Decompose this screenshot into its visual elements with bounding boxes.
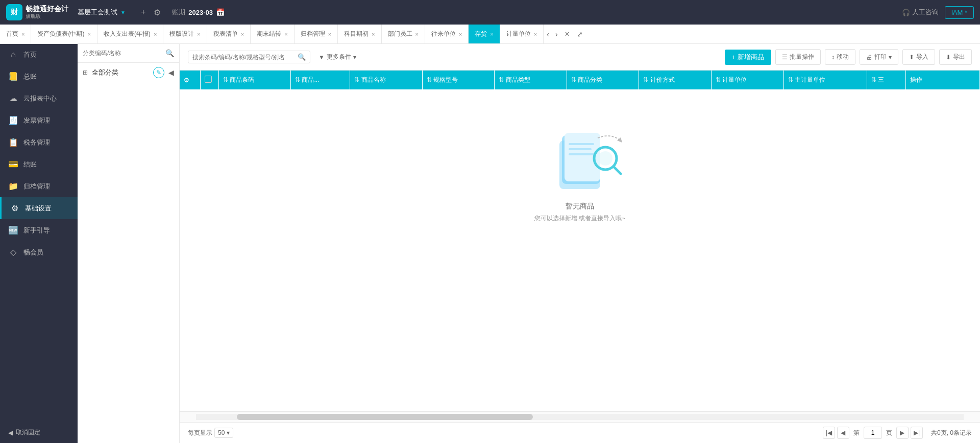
tab-prev-button[interactable]: ‹ <box>544 25 552 43</box>
tab-balance[interactable]: 资产负债表(中期) × <box>31 25 97 43</box>
export-button[interactable]: ⬇ 导出 <box>939 49 972 65</box>
horizontal-scrollbar-area <box>180 411 980 422</box>
th-name: ⇅ 商品名称 <box>350 71 423 89</box>
tab-tax-close[interactable]: × <box>241 31 244 37</box>
move-button[interactable]: ↕ 移动 <box>825 49 855 65</box>
tab-tax[interactable]: 税表清单 × <box>207 25 251 43</box>
sidebar-item-invoice[interactable]: 🧾 发票管理 <box>0 109 78 131</box>
sidebar-item-guide[interactable]: 🆕 新手引导 <box>0 219 78 241</box>
tab-template[interactable]: 模版设计 × <box>163 25 207 43</box>
tab-income-close[interactable]: × <box>154 31 157 37</box>
tab-expand-button[interactable]: ⤢ <box>574 30 586 38</box>
category-search-input[interactable] <box>83 50 162 57</box>
horizontal-scrollbar[interactable] <box>196 414 964 420</box>
product-search-input[interactable] <box>192 54 295 61</box>
page-last-button[interactable]: ▶| <box>911 427 923 439</box>
sidebar-item-tax[interactable]: 📋 税务管理 <box>0 131 78 153</box>
tab-home[interactable]: 首页 × <box>0 25 31 43</box>
tab-inventory-close[interactable]: × <box>490 31 493 37</box>
tab-period-end[interactable]: 期末结转 × <box>251 25 294 43</box>
gear-icon[interactable]: ⚙ <box>184 77 189 84</box>
print-icon: 🖨 <box>866 54 872 61</box>
page-next-button[interactable]: ▶ <box>896 427 909 439</box>
tab-period-end-label: 期末结转 <box>257 30 281 38</box>
sidebar-item-checkout-label: 结账 <box>23 160 37 169</box>
consult-button[interactable]: 🎧 人工咨询 <box>902 8 939 17</box>
svg-rect-3 <box>569 143 594 145</box>
category-collapse-button[interactable]: ◀ <box>168 68 174 77</box>
guide-icon: 🆕 <box>8 225 18 235</box>
tab-home-close[interactable]: × <box>21 31 24 37</box>
tab-unit[interactable]: 计量单位 × <box>500 25 544 43</box>
per-page-value: 50 <box>218 429 225 436</box>
tab-template-close[interactable]: × <box>197 31 200 37</box>
tab-inventory[interactable]: 存货 × <box>469 25 500 43</box>
more-conditions-button[interactable]: ▼ 更多条件 ▾ <box>314 51 360 63</box>
import-button[interactable]: ⬆ 导入 <box>902 49 935 65</box>
tab-dept-close[interactable]: × <box>415 31 419 37</box>
page-label: 第 <box>853 429 860 437</box>
sidebar-item-home[interactable]: ⌂ 首页 <box>0 44 78 65</box>
page-input[interactable] <box>864 427 882 439</box>
th-unit: ⇅ 计量单位 <box>712 71 784 89</box>
table-container: ⚙ ⇅ 商品条码 <box>180 71 980 411</box>
tab-vendor-close[interactable]: × <box>459 31 462 37</box>
th-checkbox[interactable] <box>200 71 218 89</box>
per-page-dropdown[interactable]: 50 ▾ <box>214 428 233 438</box>
batch-ops-button[interactable]: ☰ 批量操作 <box>775 49 821 65</box>
tab-template-label: 模版设计 <box>169 30 194 38</box>
sidebar-item-checkout[interactable]: 💳 结账 <box>0 153 78 175</box>
settings-button[interactable]: ⚙ <box>152 6 163 19</box>
th-main-unit: ⇅ 主计量单位 <box>783 71 867 89</box>
th-spec: ⇅ 规格型号 <box>422 71 495 89</box>
grid-icon: ⊞ <box>83 69 88 76</box>
sidebar-item-basic-settings[interactable]: ⚙ 基础设置 <box>0 197 78 219</box>
category-edit-button[interactable]: ✎ <box>153 67 164 78</box>
empty-illustration <box>549 130 610 192</box>
tab-next-button[interactable]: › <box>552 25 561 43</box>
th-code-label: ⇅ 商品... <box>295 76 319 84</box>
tab-unit-label: 计量单位 <box>506 30 531 38</box>
export-label: 导出 <box>953 53 965 61</box>
tab-balance-close[interactable]: × <box>87 31 90 37</box>
product-search-icon[interactable]: 🔍 <box>298 53 306 61</box>
scrollbar-thumb[interactable] <box>237 414 533 420</box>
page-prev-button[interactable]: ◀ <box>837 427 849 439</box>
tab-income-label: 收入支出表(年报) <box>104 30 151 38</box>
period-value: 2023-03 <box>188 9 213 16</box>
calendar-icon[interactable]: 📅 <box>216 8 225 16</box>
th-unit-label: ⇅ 计量单位 <box>716 76 747 84</box>
add-product-button[interactable]: + 新增商品 <box>725 50 771 65</box>
move-icon: ↕ <box>831 54 835 61</box>
tab-income[interactable]: 收入支出表(年报) × <box>97 25 163 43</box>
header-checkbox[interactable] <box>205 76 212 83</box>
add-tab-button[interactable]: + <box>139 6 148 19</box>
th-setting[interactable]: ⚙ <box>180 71 200 89</box>
th-col3: ⇅ 三 <box>867 71 906 89</box>
tab-subject[interactable]: 科目期初 × <box>338 25 381 43</box>
print-button[interactable]: 🖨 打印 ▾ <box>860 49 898 65</box>
cancel-pin-label: 取消固定 <box>16 428 40 437</box>
tab-subject-close[interactable]: × <box>372 31 375 37</box>
cancel-pin-button[interactable]: ◀ 取消固定 <box>0 422 78 443</box>
category-search-icon[interactable]: 🔍 <box>165 49 174 57</box>
account-button[interactable]: iAM * <box>945 6 974 19</box>
pagination-bar: 每页显示 50 ▾ |◀ ◀ 第 页 ▶ ▶| 共0页, 0条记录 <box>180 422 980 443</box>
main-layout: ⌂ 首页 📒 总账 ☁ 云报表中心 🧾 发票管理 📋 税务管理 💳 结账 📁 归… <box>0 44 980 443</box>
tab-archive[interactable]: 归档管理 × <box>295 25 338 43</box>
page-first-button[interactable]: |◀ <box>823 427 835 439</box>
tab-dept[interactable]: 部门员工 × <box>382 25 425 43</box>
company-selector[interactable]: 基层工会测试 ▼ <box>74 6 130 19</box>
sidebar-item-archive[interactable]: 📁 归档管理 <box>0 175 78 197</box>
content-area: 🔍 ⊞ 全部分类 ✎ ◀ 🔍 ▼ 更多条件 ▾ <box>78 44 980 443</box>
sidebar-item-reports[interactable]: ☁ 云报表中心 <box>0 87 78 109</box>
th-col3-label: ⇅ 三 <box>871 76 884 84</box>
tab-archive-close[interactable]: × <box>328 31 331 37</box>
tab-vendor[interactable]: 往来单位 × <box>425 25 469 43</box>
sidebar-item-archive-label: 归档管理 <box>23 182 50 191</box>
tab-unit-close[interactable]: × <box>534 31 537 37</box>
sidebar-item-member[interactable]: ◇ 畅会员 <box>0 241 78 263</box>
tab-period-end-close[interactable]: × <box>284 31 287 37</box>
tab-close-all-button[interactable]: × <box>561 30 574 39</box>
sidebar-item-ledger[interactable]: 📒 总账 <box>0 65 78 87</box>
